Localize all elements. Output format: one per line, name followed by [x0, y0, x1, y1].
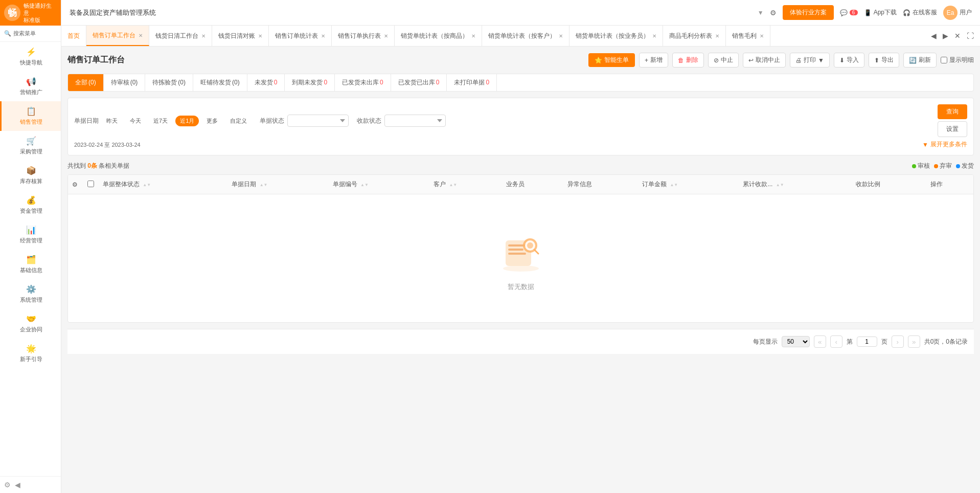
tab-sales-workbench[interactable]: 销售订单工作台 ✕ — [86, 26, 149, 46]
select-all-checkbox[interactable] — [87, 181, 94, 187]
payment-select[interactable] — [384, 115, 446, 127]
show-detail-input[interactable] — [941, 57, 947, 63]
next-page-btn[interactable]: › — [892, 335, 904, 348]
sidebar-item-sales[interactable]: 📋 销售管理 — [0, 101, 61, 131]
sidebar-item-operations[interactable]: 📊 经营管理 — [0, 220, 61, 250]
sub-tab-wangpu[interactable]: 旺铺待发货(0) — [193, 74, 247, 91]
sort-number[interactable]: ▲▼ — [360, 183, 369, 187]
refresh-btn[interactable]: 🔄 刷新 — [903, 53, 937, 68]
print-btn[interactable]: 🖨 打印 ▼ — [790, 53, 830, 68]
show-detail-checkbox[interactable]: 显示明细 — [941, 56, 974, 64]
tab-close-all[interactable]: ✕ — [952, 30, 963, 42]
system-icon: ⚙️ — [26, 284, 36, 294]
tab-sales-summary-staff-close[interactable]: ✕ — [652, 33, 656, 39]
sidebar-settings-btn[interactable]: ⚙ — [4, 481, 11, 489]
per-page-select[interactable]: 10 20 50 100 — [782, 336, 810, 347]
online-service-btn[interactable]: 🎧 在线客服 — [903, 8, 937, 17]
tab-sales-stats-close[interactable]: ✕ — [321, 33, 325, 39]
tab-sales-summary-customer[interactable]: 销货单统计表（按客户） ✕ — [482, 26, 569, 46]
sidebar-item-capital[interactable]: 💰 资金管理 — [0, 190, 61, 220]
sub-tab-all[interactable]: 全部(0) — [68, 74, 104, 91]
tab-home[interactable]: 首页 — [61, 26, 86, 46]
status-select[interactable] — [287, 115, 349, 127]
smart-create-btn[interactable]: ⭐ 智能生单 — [588, 53, 635, 67]
tab-sales-summary-product-close[interactable]: ✕ — [471, 33, 475, 39]
tab-cash-reconcile-close[interactable]: ✕ — [258, 33, 262, 39]
workbench-header: 销售订单工作台 ⭐ 智能生单 + 新增 🗑 删除 ⊘ 中止 — [67, 53, 974, 68]
col-checkbox[interactable] — [83, 175, 99, 194]
set-btn[interactable]: 设置 — [938, 121, 967, 137]
sort-date[interactable]: ▲▼ — [260, 183, 268, 187]
sub-tab-pending-verify[interactable]: 待拣验货(0) — [145, 74, 193, 91]
tab-sales-stats[interactable]: 销售订单统计表 ✕ — [269, 26, 332, 46]
tab-gross-margin[interactable]: 商品毛利分析表 ✕ — [663, 26, 726, 46]
add-btn[interactable]: + 新增 — [639, 53, 668, 68]
tab-sales-exec[interactable]: 销售订单执行表 ✕ — [332, 26, 395, 46]
horizontal-scroll[interactable] — [67, 323, 974, 329]
approve-action-btn[interactable]: 审核 — [912, 162, 930, 170]
tab-cash-daily-close[interactable]: ✕ — [201, 33, 206, 39]
sidebar-item-marketing[interactable]: 📢 营销推广 — [0, 72, 61, 101]
tab-sales-summary-product[interactable]: 销货单统计表（按商品） ✕ — [395, 26, 482, 46]
sub-tab-unprinted[interactable]: 未打印单据0 — [447, 74, 497, 91]
sidebar-item-enterprise[interactable]: 🤝 企业协同 — [0, 309, 61, 339]
sidebar-item-system[interactable]: ⚙️ 系统管理 — [0, 279, 61, 309]
sort-customer[interactable]: ▲▼ — [449, 183, 457, 187]
tab-sales-workbench-close[interactable]: ✕ — [139, 33, 143, 38]
tab-fullscreen[interactable]: ⛶ — [965, 30, 976, 42]
tab-sales-summary-customer-close[interactable]: ✕ — [559, 33, 563, 39]
app-download-btn[interactable]: 📱 App下载 — [864, 8, 897, 17]
sidebar-item-quick-nav[interactable]: ⚡ 快捷导航 — [0, 42, 61, 72]
sub-tab-pending-review[interactable]: 待审核(0) — [104, 74, 146, 91]
industry-btn[interactable]: 体验行业方案 — [783, 5, 834, 20]
date-btn-1month[interactable]: 近1月 — [175, 116, 199, 126]
sub-tab-overdue[interactable]: 到期未发货0 — [285, 74, 335, 91]
sub-tab-shipped-out[interactable]: 已发货已出库0 — [391, 74, 447, 91]
tab-cash-reconcile[interactable]: 钱货日清对账 ✕ — [212, 26, 269, 46]
stop-btn[interactable]: ⊘ 中止 — [708, 53, 739, 68]
sort-status[interactable]: ▲▼ — [143, 183, 151, 187]
date-btn-yesterday[interactable]: 昨天 — [102, 116, 122, 126]
ship-action-btn[interactable]: 发货 — [956, 162, 974, 170]
sub-tab-shipped-not-out[interactable]: 已发货未出库0 — [335, 74, 391, 91]
date-btn-today[interactable]: 今天 — [125, 116, 146, 126]
sidebar-item-newbie[interactable]: 🌟 新手引导 — [0, 339, 61, 368]
tab-cash-daily[interactable]: 钱货日清工作台 ✕ — [149, 26, 212, 46]
tab-scroll-right[interactable]: ▶ — [941, 30, 950, 42]
col-config[interactable]: ⚙ — [68, 175, 83, 194]
sidebar-item-basic[interactable]: 🗂️ 基础信息 — [0, 250, 61, 279]
sort-collected[interactable]: ▲▼ — [776, 183, 784, 187]
tab-sales-exec-close[interactable]: ✕ — [384, 33, 388, 39]
sidebar-item-purchase[interactable]: 🛒 采购管理 — [0, 131, 61, 161]
header-settings-icon[interactable]: ⚙ — [770, 9, 777, 17]
sidebar-collapse-btn[interactable]: ◀ — [15, 481, 20, 489]
tab-sales-revenue[interactable]: 销售毛利 ✕ — [726, 26, 770, 46]
delete-btn[interactable]: 🗑 删除 — [672, 53, 704, 68]
date-btn-7days[interactable]: 近7天 — [149, 116, 172, 126]
import-btn[interactable]: ⬇ 导入 — [834, 53, 864, 68]
filter-row: 单据日期 昨天 今天 近7天 近1月 更多 自定义 单据状态 — [74, 104, 967, 137]
query-btn[interactable]: 查询 — [938, 104, 967, 119]
expand-filter-btn[interactable]: ▼ 展开更多条件 — [922, 140, 967, 149]
cancel-stop-btn[interactable]: ↩ 取消中止 — [743, 53, 786, 68]
system-title: 装备及固定资产辅助管理系统 — [70, 8, 751, 17]
last-page-btn[interactable]: » — [908, 335, 920, 348]
tab-gross-margin-close[interactable]: ✕ — [715, 33, 719, 39]
page-input[interactable] — [857, 337, 877, 347]
export-btn[interactable]: ⬆ 导出 — [869, 53, 899, 68]
tab-scroll-left[interactable]: ◀ — [929, 30, 939, 42]
date-btn-more[interactable]: 更多 — [202, 116, 222, 126]
sort-amount[interactable]: ▲▼ — [670, 183, 678, 187]
sidebar-item-inventory[interactable]: 📦 库存核算 — [0, 161, 61, 190]
revoke-action-btn[interactable]: 弃审 — [934, 162, 952, 170]
first-page-btn[interactable]: « — [814, 335, 826, 348]
search-menu[interactable]: 🔍 搜索菜单 — [0, 26, 61, 42]
tab-sales-summary-staff[interactable]: 销货单统计表（按业务员） ✕ — [569, 26, 663, 46]
sub-tab-unshipped[interactable]: 未发货0 — [247, 74, 285, 91]
user-menu[interactable]: Ea 用户 — [943, 6, 972, 20]
date-btn-custom[interactable]: 自定义 — [225, 116, 252, 126]
tab-sales-revenue-close[interactable]: ✕ — [760, 33, 764, 39]
chevron-down-icon[interactable]: ▼ — [758, 9, 764, 16]
message-btn[interactable]: 💬 6 — [840, 9, 858, 16]
prev-page-btn[interactable]: ‹ — [830, 335, 842, 348]
